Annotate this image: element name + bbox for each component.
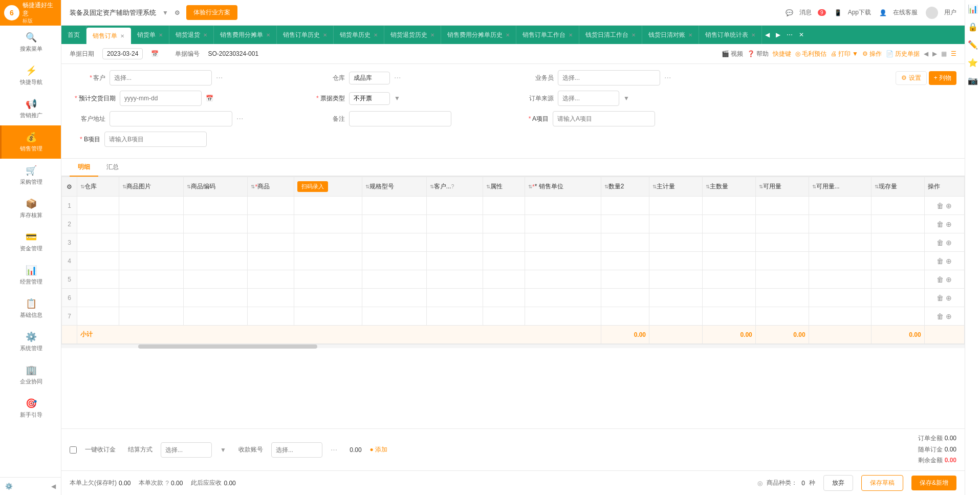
print-btn[interactable]: 🖨 打印 ▼ bbox=[831, 50, 858, 58]
row-3-copy-icon[interactable]: ⊕ bbox=[946, 239, 952, 247]
shortcut-btn[interactable]: 快捷键 bbox=[773, 50, 791, 58]
delivery-input[interactable] bbox=[120, 91, 202, 106]
save-new-btn[interactable]: 保存&新增 bbox=[911, 476, 956, 490]
row-7-actions[interactable]: 🗑 ⊕ bbox=[924, 307, 964, 326]
sidebar-item-system[interactable]: ⚙️ 系统管理 bbox=[0, 325, 61, 358]
payment-input[interactable] bbox=[161, 442, 212, 458]
dropdown-icon[interactable]: ▼ bbox=[162, 9, 168, 16]
row-5-available2[interactable] bbox=[809, 270, 871, 289]
warehouse-dots[interactable]: ··· bbox=[394, 74, 401, 82]
b-project-input[interactable] bbox=[104, 132, 207, 147]
row-2-warehouse[interactable] bbox=[77, 215, 119, 233]
row-6-main-qty[interactable] bbox=[702, 289, 755, 307]
remarks-input[interactable] bbox=[349, 111, 451, 126]
discard-btn[interactable]: 放弃 bbox=[823, 475, 853, 491]
row-3-warehouse[interactable] bbox=[77, 233, 119, 252]
date-value[interactable]: 2023-03-24 bbox=[102, 48, 143, 59]
col-settings[interactable]: ⚙ bbox=[62, 177, 77, 197]
row-6-stock[interactable] bbox=[871, 289, 924, 307]
row-7-copy-icon[interactable]: ⊕ bbox=[946, 312, 952, 320]
calendar-icon[interactable]: 📅 bbox=[151, 50, 159, 57]
row-3-unit[interactable] bbox=[525, 233, 601, 252]
row-6-available2[interactable] bbox=[809, 289, 871, 307]
order-source-input[interactable] bbox=[558, 91, 619, 106]
row-5-spec[interactable] bbox=[362, 270, 426, 289]
view-btn[interactable]: 🎬 视频 bbox=[722, 50, 743, 58]
row-7-unit[interactable] bbox=[525, 307, 601, 326]
nav-next-icon[interactable]: ▶ bbox=[932, 50, 937, 57]
col-sort-icon14[interactable]: ⇅ bbox=[875, 184, 879, 189]
row-2-qty2[interactable] bbox=[601, 215, 649, 233]
row-4-main-unit[interactable] bbox=[649, 252, 703, 270]
row-3-product[interactable] bbox=[248, 233, 294, 252]
tab-close-bill-history[interactable]: ✕ bbox=[374, 32, 378, 38]
row-6-warehouse[interactable] bbox=[77, 289, 119, 307]
col-available[interactable]: ⇅ 可用量 bbox=[755, 177, 809, 197]
message-group[interactable]: 💬 消息 9 bbox=[786, 8, 826, 17]
help-btn[interactable]: ❓ 帮助 bbox=[747, 50, 769, 58]
list-view-icon[interactable]: ☰ bbox=[951, 50, 956, 57]
checkout-checkbox[interactable] bbox=[70, 446, 77, 454]
sidebar-item-basic[interactable]: 📋 基础信息 bbox=[0, 292, 61, 325]
tab-close-sales-stats[interactable]: ✕ bbox=[751, 32, 755, 38]
row-6-customer-code[interactable] bbox=[426, 289, 483, 307]
row-1-main-qty[interactable] bbox=[702, 197, 755, 215]
tab-close-order-history[interactable]: ✕ bbox=[323, 32, 327, 38]
tab-sales-fee[interactable]: 销售费用分摊单 ✕ bbox=[214, 26, 277, 44]
col-sort-icon12[interactable]: ⇅ bbox=[759, 184, 763, 189]
row-6-actions[interactable]: 🗑 ⊕ bbox=[924, 289, 964, 307]
row-6-attrs[interactable] bbox=[483, 289, 525, 307]
order-source-dropdown[interactable]: ▼ bbox=[623, 95, 629, 102]
col-stock[interactable]: ⇅ 现存量 bbox=[871, 177, 924, 197]
row-7-delete-icon[interactable]: 🗑 bbox=[937, 312, 944, 320]
row-7-spec[interactable] bbox=[362, 307, 426, 326]
row-1-customer-code[interactable] bbox=[426, 197, 483, 215]
row-1-warehouse[interactable] bbox=[77, 197, 119, 215]
row-2-actions[interactable]: 🗑 ⊕ bbox=[924, 215, 964, 233]
row-4-available[interactable] bbox=[755, 252, 809, 270]
row-4-warehouse[interactable] bbox=[77, 252, 119, 270]
row-7-product[interactable] bbox=[248, 307, 294, 326]
row-4-product-img[interactable] bbox=[119, 252, 183, 270]
tab-close-sales-bill[interactable]: ✕ bbox=[159, 32, 163, 38]
salesperson-input[interactable] bbox=[558, 70, 660, 85]
row-3-customer-code[interactable] bbox=[426, 233, 483, 252]
salesperson-dots[interactable]: ··· bbox=[664, 74, 671, 82]
row-5-actions[interactable]: 🗑 ⊕ bbox=[924, 270, 964, 289]
tab-close-all[interactable]: ✕ bbox=[796, 31, 807, 38]
tab-cash-check[interactable]: 钱货日清对账 ✕ bbox=[642, 26, 699, 44]
row-6-available[interactable] bbox=[755, 289, 809, 307]
row-3-qty2[interactable] bbox=[601, 233, 649, 252]
row-5-available[interactable] bbox=[755, 270, 809, 289]
row-5-product-img[interactable] bbox=[119, 270, 183, 289]
row-2-available[interactable] bbox=[755, 215, 809, 233]
row-2-copy-icon[interactable]: ⊕ bbox=[946, 220, 952, 228]
row-6-spec[interactable] bbox=[362, 289, 426, 307]
sidebar-item-operation[interactable]: 📊 经营管理 bbox=[0, 259, 61, 292]
tab-order-history[interactable]: 销售订单历史 ✕ bbox=[277, 26, 334, 44]
col-product-code[interactable]: ⇅ 商品编码 bbox=[183, 177, 248, 197]
row-3-delete-icon[interactable]: 🗑 bbox=[937, 239, 944, 247]
tab-sales-bill[interactable]: 销货单 ✕ bbox=[131, 26, 169, 44]
tab-close-fee-history[interactable]: ✕ bbox=[506, 32, 510, 38]
row-5-main-unit[interactable] bbox=[649, 270, 703, 289]
grid-view-icon[interactable]: ▦ bbox=[941, 50, 947, 57]
row-7-scan[interactable] bbox=[294, 307, 362, 326]
col-qty2[interactable]: ⇅ 数量2 bbox=[601, 177, 649, 197]
col-sort-icon9[interactable]: ⇅ bbox=[604, 184, 608, 189]
col-sort-icon2[interactable]: ⇅ bbox=[122, 184, 126, 189]
tab-close-workbench[interactable]: ✕ bbox=[569, 32, 573, 38]
sidebar-item-guide[interactable]: 🎯 新手引导 bbox=[0, 392, 61, 425]
row-1-stock[interactable] bbox=[871, 197, 924, 215]
row-3-stock[interactable] bbox=[871, 233, 924, 252]
sidebar-item-enterprise[interactable]: 🏢 企业协同 bbox=[0, 358, 61, 392]
col-attrs[interactable]: ⇅ 属性 bbox=[483, 177, 525, 197]
row-2-scan[interactable] bbox=[294, 215, 362, 233]
row-4-copy-icon[interactable]: ⊕ bbox=[946, 257, 952, 265]
row-1-attrs[interactable] bbox=[483, 197, 525, 215]
row-4-customer-code[interactable] bbox=[426, 252, 483, 270]
industry-btn[interactable]: 体验行业方案 bbox=[186, 5, 237, 20]
row-7-qty2[interactable] bbox=[601, 307, 649, 326]
col-warehouse[interactable]: ⇅ 仓库 bbox=[77, 177, 119, 197]
row-4-qty2[interactable] bbox=[601, 252, 649, 270]
